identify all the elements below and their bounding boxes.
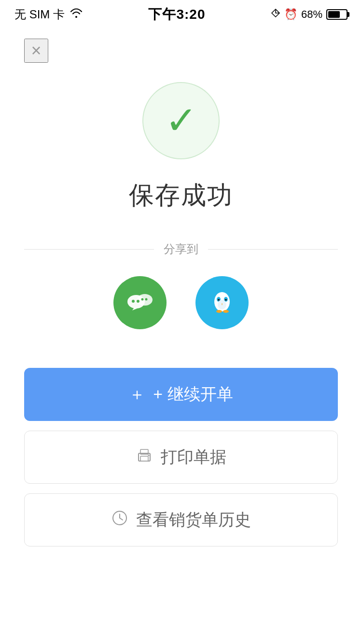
status-left: 无 SIM 卡 — [14, 7, 83, 22]
location-icon — [271, 8, 280, 21]
svg-point-10 — [225, 299, 227, 301]
svg-point-9 — [218, 299, 220, 301]
qq-share-button[interactable] — [195, 276, 249, 329]
continue-order-label: + 继续开单 — [153, 383, 233, 406]
share-label: 分享到 — [164, 241, 198, 257]
success-circle: ✓ — [142, 82, 220, 159]
wechat-share-button[interactable] — [113, 276, 167, 329]
close-icon: × — [31, 42, 41, 59]
svg-point-2 — [132, 300, 135, 303]
battery-icon — [326, 9, 348, 20]
plus-icon: ＋ — [129, 383, 145, 406]
main-content: × ✓ 保存成功 分享到 — [0, 29, 362, 566]
svg-point-1 — [137, 294, 153, 306]
alarm-icon: ⏰ — [284, 8, 297, 21]
share-icons-container — [113, 276, 249, 329]
divider-line-left — [24, 249, 154, 250]
svg-point-13 — [223, 310, 229, 313]
wechat-logo — [125, 287, 156, 319]
close-button[interactable]: × — [24, 39, 48, 63]
print-label: 打印单据 — [161, 446, 226, 468]
status-right: ⏰ 68% — [271, 8, 348, 21]
sim-label: 无 SIM 卡 — [14, 7, 65, 22]
continue-order-button[interactable]: ＋ + 继续开单 — [24, 368, 338, 421]
history-icon — [111, 509, 128, 531]
divider-line-right — [208, 249, 338, 250]
svg-rect-17 — [140, 456, 148, 461]
printer-icon — [136, 447, 153, 468]
share-divider: 分享到 — [24, 241, 338, 257]
status-time: 下午3:20 — [148, 5, 205, 24]
qq-logo — [207, 287, 238, 319]
checkmark-icon: ✓ — [165, 101, 197, 140]
history-label: 查看销货单历史 — [136, 509, 251, 531]
success-title: 保存成功 — [129, 179, 233, 212]
svg-point-3 — [137, 300, 139, 303]
status-bar: 无 SIM 卡 下午3:20 ⏰ 68% — [0, 0, 362, 29]
print-button[interactable]: 打印单据 — [24, 431, 338, 484]
svg-point-4 — [141, 298, 143, 300]
history-button[interactable]: 查看销货单历史 — [24, 493, 338, 546]
wifi-icon — [70, 8, 83, 21]
svg-point-5 — [145, 298, 147, 300]
action-buttons: ＋ + 继续开单 打印单据 查看销货单历史 — [24, 368, 338, 546]
svg-point-19 — [148, 455, 150, 456]
battery-percent: 68% — [301, 8, 322, 21]
svg-point-12 — [216, 310, 222, 313]
